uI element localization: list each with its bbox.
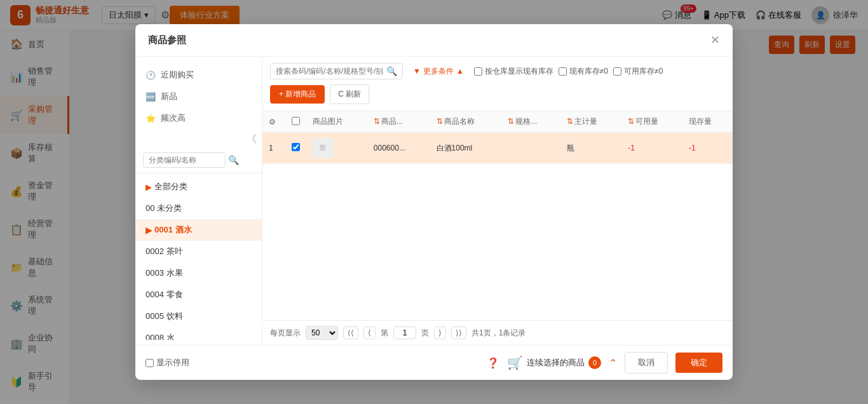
category-00[interactable]: 00 未分类 bbox=[135, 198, 262, 219]
checkbox-warehouse-label: 按仓库显示现有库存 bbox=[485, 66, 553, 77]
checkbox-warehouse-input[interactable] bbox=[474, 67, 482, 76]
product-table: ⚙ 商品图片 ⇅商品... ⇅商品名称 ⇅规格... ⇅主计量 ⇅可用量 现存 bbox=[262, 111, 733, 320]
arrow-icon-all: ▶ bbox=[146, 182, 152, 192]
main-layout: 🏠 首页 📊 销售管理 🛒 采购管理 📦 库存核算 💰 资金管理 📋 经营管理 … bbox=[0, 30, 868, 404]
checkbox-stock-nonzero: 现有库存≠0 bbox=[559, 66, 608, 77]
clock-icon: 🕐 bbox=[146, 71, 156, 80]
modal-right-panel: 🔍 ▼ 更多条件 ▲ 按仓库显示现有库存 bbox=[262, 57, 733, 345]
total-records-label: 共1页，1条记录 bbox=[471, 328, 526, 339]
category-0001-label: 0001 酒水 bbox=[154, 224, 192, 236]
row-unit: 瓶 bbox=[560, 133, 621, 164]
last-page-button[interactable]: ⟩⟩ bbox=[451, 327, 466, 339]
category-0002-label: 0002 茶叶 bbox=[146, 246, 183, 257]
row-index: 1 bbox=[262, 133, 285, 164]
page-size-label: 每页显示 bbox=[270, 328, 301, 339]
category-0008[interactable]: 0008 水 bbox=[135, 327, 262, 340]
page-suffix: 页 bbox=[421, 328, 429, 339]
shortcut-frequent[interactable]: ⭐ 频次高 bbox=[135, 107, 262, 129]
modal-close-button[interactable]: ✕ bbox=[710, 33, 720, 47]
refresh-product-button[interactable]: C 刷新 bbox=[330, 84, 369, 104]
first-page-button[interactable]: ⟨⟨ bbox=[343, 327, 358, 339]
row-name: 白酒100ml bbox=[430, 133, 502, 164]
col-name[interactable]: ⇅商品名称 bbox=[430, 111, 502, 133]
modal-body: 🕐 近期购买 🆕 新品 ⭐ 频次高 bbox=[135, 57, 733, 345]
confirm-button[interactable]: 确定 bbox=[675, 353, 722, 373]
show-disabled-checkbox[interactable] bbox=[146, 359, 154, 367]
row-checkbox[interactable] bbox=[285, 133, 306, 164]
col-unit[interactable]: ⇅主计量 bbox=[560, 111, 621, 133]
cart-icon[interactable]: 🛒 bbox=[507, 355, 523, 370]
content-area: 查询 刷新 设置 商品参照 ✕ bbox=[70, 30, 868, 404]
category-all[interactable]: ▶ 全部分类 bbox=[135, 176, 262, 198]
shortcut-recent[interactable]: 🕐 近期购买 bbox=[135, 64, 262, 86]
modal-title: 商品参照 bbox=[148, 34, 186, 46]
shortcuts-section: 🕐 近期购买 🆕 新品 ⭐ 频次高 bbox=[135, 62, 262, 131]
product-search-input[interactable] bbox=[276, 67, 384, 76]
table-header: ⚙ 商品图片 ⇅商品... ⇅商品名称 ⇅规格... ⇅主计量 ⇅可用量 现存 bbox=[262, 111, 733, 133]
add-product-button[interactable]: + 新增商品 bbox=[270, 85, 325, 104]
table-row[interactable]: 1 图 000600... 白酒100ml 瓶 bbox=[262, 133, 733, 164]
category-search-input[interactable] bbox=[143, 152, 226, 168]
category-0003[interactable]: 0003 水果 bbox=[135, 262, 262, 284]
category-00-label: 00 未分类 bbox=[146, 203, 182, 214]
modal-toolbar: 🔍 ▼ 更多条件 ▲ 按仓库显示现有库存 bbox=[262, 57, 733, 111]
category-0004-label: 0004 零食 bbox=[146, 289, 183, 300]
modal-backdrop: 商品参照 ✕ 🕐 近期购买 🆕 bbox=[70, 30, 868, 404]
row-spec bbox=[501, 133, 560, 164]
pagination-bar: 每页显示 50 20 100 ⟨⟨ ⟨ 第 页 ⟩ bbox=[262, 320, 733, 345]
category-0008-label: 0008 水 bbox=[146, 332, 175, 340]
checkbox-stock-nonzero-label: 现有库存≠0 bbox=[569, 66, 608, 77]
filter-button[interactable]: ▼ 更多条件 ▲ bbox=[408, 64, 469, 79]
shortcut-new[interactable]: 🆕 新品 bbox=[135, 86, 262, 107]
shortcut-frequent-label: 频次高 bbox=[161, 112, 186, 124]
col-image: 商品图片 bbox=[306, 111, 367, 133]
category-0002[interactable]: 0002 茶叶 bbox=[135, 241, 262, 262]
col-available[interactable]: ⇅可用量 bbox=[621, 111, 682, 133]
category-0001[interactable]: ▶ 0001 酒水 bbox=[135, 219, 262, 241]
cart-area: 🛒 连续选择的商品 0 bbox=[507, 355, 601, 370]
show-disabled-label: 显示停用 bbox=[156, 357, 189, 368]
fold-button[interactable]: ⌃ bbox=[609, 357, 617, 369]
row-image: 图 bbox=[306, 133, 367, 164]
prev-page-button[interactable]: ⟨ bbox=[363, 327, 376, 339]
star-icon: ⭐ bbox=[146, 114, 156, 123]
modal-footer: 显示停用 ❓ 🛒 连续选择的商品 0 ⌃ 取消 确定 bbox=[135, 345, 733, 380]
col-code[interactable]: ⇅商品... bbox=[367, 111, 430, 133]
filter-icon: ▼ bbox=[413, 67, 421, 76]
col-checkbox bbox=[285, 111, 306, 133]
category-0004[interactable]: 0004 零食 bbox=[135, 284, 262, 306]
page-label: 第 bbox=[381, 328, 388, 339]
row-code: 000600... bbox=[367, 133, 430, 164]
modal-left-panel: 🕐 近期购买 🆕 新品 ⭐ 频次高 bbox=[135, 57, 262, 345]
category-search: 🔍 bbox=[135, 147, 262, 173]
product-search-icon[interactable]: 🔍 bbox=[386, 66, 397, 76]
cart-count-badge: 0 bbox=[588, 356, 601, 369]
col-stock: 现存量 bbox=[682, 111, 733, 133]
modal-product-reference: 商品参照 ✕ 🕐 近期购买 🆕 bbox=[135, 30, 733, 380]
filter-arrow-icon: ▲ bbox=[456, 67, 464, 76]
show-disabled-group: 显示停用 bbox=[146, 357, 189, 368]
next-page-button[interactable]: ⟩ bbox=[434, 327, 446, 339]
page-number-input[interactable] bbox=[393, 327, 416, 339]
select-all-checkbox[interactable] bbox=[292, 117, 300, 125]
cancel-button[interactable]: 取消 bbox=[625, 352, 668, 374]
category-0005[interactable]: 0005 饮料 bbox=[135, 306, 262, 327]
collapse-button[interactable]: 《 bbox=[247, 133, 257, 146]
help-icon[interactable]: ❓ bbox=[487, 357, 499, 369]
shortcut-new-label: 新品 bbox=[161, 91, 177, 102]
category-search-button[interactable]: 🔍 bbox=[228, 155, 239, 165]
checkbox-available-nonzero-label: 可用库存≠0 bbox=[624, 66, 663, 77]
modal-header: 商品参照 ✕ bbox=[135, 30, 733, 57]
product-thumbnail: 图 bbox=[313, 138, 333, 158]
checkbox-stock-nonzero-input[interactable] bbox=[559, 67, 567, 76]
category-all-label: 全部分类 bbox=[154, 181, 187, 192]
shortcut-recent-label: 近期购买 bbox=[161, 69, 194, 81]
table-body: 1 图 000600... 白酒100ml 瓶 bbox=[262, 133, 733, 164]
checkbox-available-nonzero: 可用库存≠0 bbox=[613, 66, 663, 77]
row-available: -1 bbox=[621, 133, 682, 164]
page-size-select[interactable]: 50 20 100 bbox=[306, 326, 338, 340]
cart-label: 连续选择的商品 bbox=[527, 357, 585, 368]
checkbox-available-nonzero-input[interactable] bbox=[613, 67, 621, 76]
col-spec[interactable]: ⇅规格... bbox=[501, 111, 560, 133]
col-settings[interactable]: ⚙ bbox=[262, 111, 285, 133]
